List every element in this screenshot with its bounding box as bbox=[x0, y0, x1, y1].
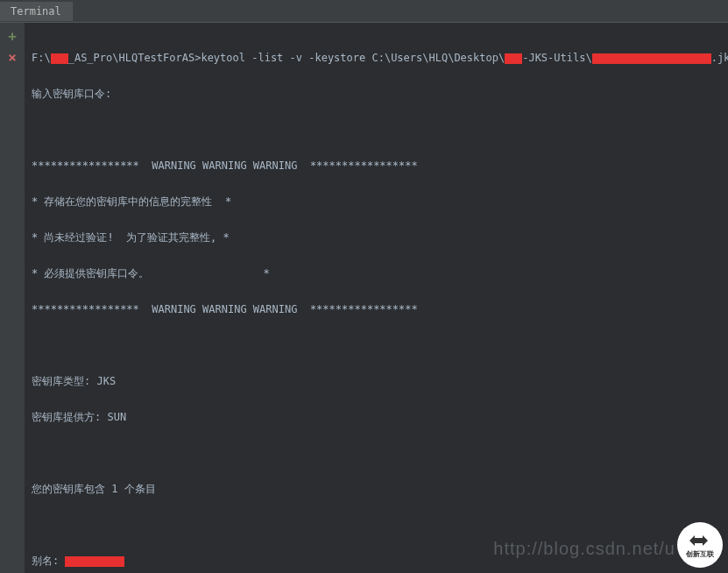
output-line: 输入密钥库口令: bbox=[32, 85, 721, 103]
output-line: * 存储在您的密钥库中的信息的完整性 * bbox=[32, 193, 721, 211]
logo-label: 创新互联 bbox=[686, 549, 714, 559]
output-line bbox=[32, 444, 721, 463]
terminal-gutter: + × bbox=[0, 23, 25, 573]
watermark-text: http://blog.csdn.net/u bbox=[493, 539, 675, 559]
output-line bbox=[32, 516, 721, 534]
tab-bar: Terminal bbox=[0, 0, 728, 23]
output-line: 您的密钥库包含 1 个条目 bbox=[32, 480, 721, 499]
tab-terminal[interactable]: Terminal bbox=[0, 2, 73, 21]
output-line: * 必须提供密钥库口令。 * bbox=[32, 265, 721, 283]
redacted bbox=[65, 556, 124, 567]
output-line: * 尚未经过验证! 为了验证其完整性, * bbox=[32, 229, 721, 247]
logo-badge: 创新互联 bbox=[677, 522, 723, 568]
redacted bbox=[592, 53, 711, 64]
output-line: 密钥库提供方: SUN bbox=[32, 408, 721, 427]
output-line bbox=[32, 121, 721, 139]
output-line: ***************** WARNING WARNING WARNIN… bbox=[32, 301, 721, 319]
close-terminal-icon[interactable]: × bbox=[6, 51, 18, 63]
cmd-line: F:\_AS_Pro\HLQTestForAS>keytool -list -v… bbox=[32, 49, 721, 67]
output-line: 密钥库类型: JKS bbox=[32, 372, 721, 391]
terminal-output[interactable]: F:\_AS_Pro\HLQTestForAS>keytool -list -v… bbox=[25, 23, 728, 573]
logo-icon bbox=[687, 532, 713, 549]
redacted bbox=[51, 53, 68, 64]
output-line: ***************** WARNING WARNING WARNIN… bbox=[32, 157, 721, 175]
redacted bbox=[505, 53, 522, 64]
output-line bbox=[32, 336, 721, 355]
add-terminal-icon[interactable]: + bbox=[6, 30, 18, 42]
